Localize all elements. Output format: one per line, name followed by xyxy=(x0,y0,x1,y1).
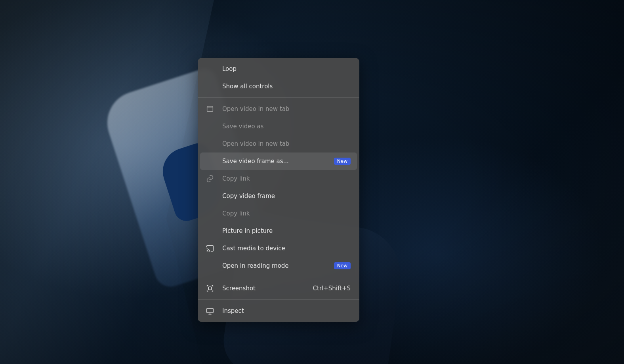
menu-item-save-video-as[interactable]: Save video as xyxy=(200,118,357,135)
svg-point-1 xyxy=(207,251,208,252)
menu-separator xyxy=(198,97,359,98)
menu-item-shortcut: Ctrl+Shift+S xyxy=(313,285,351,292)
menu-item-label: Screenshot xyxy=(222,285,311,292)
menu-item-label: Show all controls xyxy=(222,83,351,90)
menu-item-inspect[interactable]: Inspect xyxy=(200,302,357,320)
menu-item-copy-link[interactable]: Copy link xyxy=(200,170,357,187)
new-badge: New xyxy=(334,262,351,269)
menu-item-label: Copy video frame xyxy=(222,192,351,200)
menu-item-label: Save video as xyxy=(222,123,351,130)
menu-item-label: Copy link xyxy=(222,210,351,217)
menu-item-label: Loop xyxy=(222,65,351,72)
svg-rect-0 xyxy=(207,107,213,112)
new-badge: New xyxy=(334,158,351,165)
menu-separator xyxy=(198,277,359,277)
menu-item-label: Inspect xyxy=(222,307,351,314)
menu-item-label: Open video in new tab xyxy=(222,105,351,112)
svg-rect-2 xyxy=(208,287,211,290)
menu-item-label: Cast media to device xyxy=(222,245,351,252)
menu-item-label: Save video frame as... xyxy=(222,158,328,165)
menu-item-save-video-frame-as[interactable]: Save video frame as... New xyxy=(200,152,357,170)
video-context-menu: Loop Show all controls Open video in new… xyxy=(198,58,359,322)
menu-item-open-video-new-tab[interactable]: Open video in new tab xyxy=(200,100,357,118)
inspect-icon xyxy=(206,307,221,315)
menu-item-label: Picture in picture xyxy=(222,227,351,234)
menu-item-copy-video-frame[interactable]: Copy video frame xyxy=(200,187,357,205)
new-tab-icon xyxy=(206,105,221,113)
cast-icon xyxy=(206,244,221,253)
menu-item-copy-link-2[interactable]: Copy link xyxy=(200,205,357,222)
menu-item-screenshot[interactable]: Screenshot Ctrl+Shift+S xyxy=(200,280,357,297)
menu-item-label: Open video in new tab xyxy=(222,140,351,147)
menu-item-cast-media-to-device[interactable]: Cast media to device xyxy=(200,240,357,257)
menu-item-show-all-controls[interactable]: Show all controls xyxy=(200,78,357,95)
menu-separator xyxy=(198,299,359,300)
menu-item-label: Copy link xyxy=(222,175,351,182)
menu-item-open-in-reading-mode[interactable]: Open in reading mode New xyxy=(200,257,357,274)
screenshot-icon xyxy=(206,284,221,293)
menu-item-loop[interactable]: Loop xyxy=(200,60,357,78)
menu-item-picture-in-picture[interactable]: Picture in picture xyxy=(200,222,357,240)
menu-item-open-video-new-tab-2[interactable]: Open video in new tab xyxy=(200,135,357,152)
link-icon xyxy=(206,174,221,183)
menu-item-label: Open in reading mode xyxy=(222,262,328,269)
